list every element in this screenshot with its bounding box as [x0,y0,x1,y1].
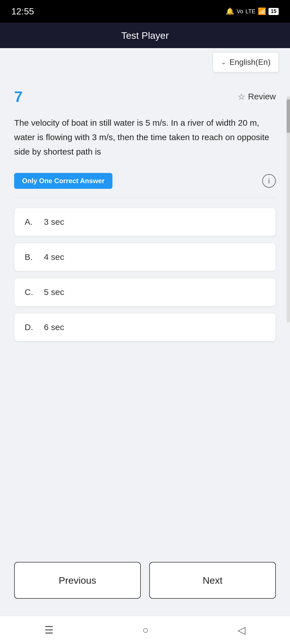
vo-icon: Vo [236,8,243,15]
option-c-text: 5 sec [44,287,64,297]
review-button[interactable]: ☆ Review [238,92,276,102]
option-c-label: C. [25,287,36,297]
option-a-text: 3 sec [44,217,64,227]
option-d[interactable]: D. 6 sec [14,313,276,341]
nav-buttons: Previous Next [14,562,276,604]
lte-icon: LTE [246,8,255,15]
option-a[interactable]: A. 3 sec [14,208,276,236]
status-icons: 🔔 Vo LTE 📶 15 [226,7,279,15]
signal-icon: 📶 [258,7,266,15]
review-label: Review [248,92,276,101]
status-bar: 12:55 🔔 Vo LTE 📶 15 [0,0,290,23]
language-selector[interactable]: ⌄ English(En) [213,52,279,72]
question-header: 7 ☆ Review [14,88,276,105]
star-icon: ☆ [238,92,245,102]
status-time: 12:55 [11,6,34,17]
answer-type-row: Only One Correct Answer i [14,173,276,189]
back-icon[interactable]: ◁ [238,624,246,636]
home-icon[interactable]: ○ [142,624,149,636]
language-bar: ⌄ English(En) [0,48,290,76]
option-b-label: B. [25,252,36,262]
answer-type-badge: Only One Correct Answer [14,173,112,189]
option-d-label: D. [25,322,36,332]
app-title: Test Player [121,30,169,41]
info-symbol: i [268,177,270,185]
option-b-text: 4 sec [44,252,64,262]
divider [14,197,276,198]
next-button[interactable]: Next [149,562,276,599]
menu-icon[interactable]: ☰ [44,624,54,636]
main-content: 7 ☆ Review The velocity of boat in still… [0,76,290,616]
chevron-down-icon: ⌄ [221,59,226,66]
scrollbar[interactable] [287,96,290,323]
option-d-text: 6 sec [44,322,64,332]
content-wrapper: ⌄ English(En) 7 ☆ Review The velocity of… [0,48,290,616]
question-text: The velocity of boat in still water is 5… [14,115,276,159]
question-number: 7 [14,88,23,105]
top-bar: Test Player [0,23,290,48]
option-a-label: A. [25,217,36,227]
option-b[interactable]: B. 4 sec [14,243,276,271]
options-list: A. 3 sec B. 4 sec C. 5 sec D. 6 sec [14,208,276,341]
language-label: English(En) [229,58,270,67]
battery-badge: 15 [268,8,279,15]
bottom-nav-bar: ☰ ○ ◁ [0,616,290,644]
option-c[interactable]: C. 5 sec [14,278,276,306]
bell-icon: 🔔 [226,7,234,15]
scrollbar-thumb [287,99,290,133]
previous-button[interactable]: Previous [14,562,141,599]
info-icon[interactable]: i [262,174,276,188]
